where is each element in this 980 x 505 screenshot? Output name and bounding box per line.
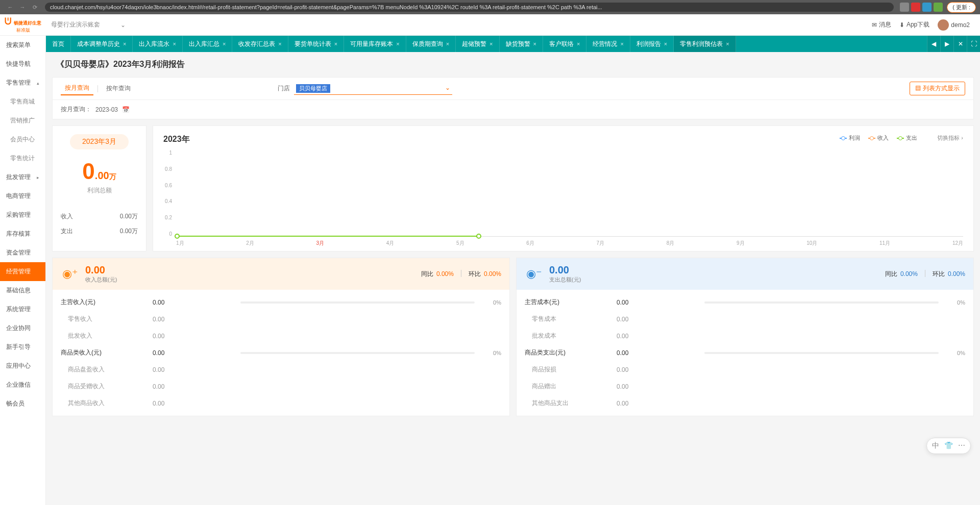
sidebar-item[interactable]: 会员中心 [0, 130, 45, 149]
edition-label: 标准版 [16, 27, 30, 34]
detail-row: 其他商品支出0.00 [525, 395, 965, 412]
close-icon[interactable]: × [173, 41, 176, 47]
tab[interactable]: 客户联络× [543, 36, 586, 52]
sidebar-item[interactable]: 应用中心 [0, 357, 45, 375]
tab[interactable]: 保质期查询× [406, 36, 456, 52]
store-label: 门店 [278, 84, 290, 93]
mom-label: 环比 [933, 270, 945, 279]
close-icon[interactable]: × [278, 41, 281, 47]
tab[interactable]: 收发存汇总表× [232, 36, 288, 52]
sidebar-item[interactable]: 零售商城 [0, 92, 45, 111]
reload-icon[interactable]: ⟳ [29, 4, 41, 11]
detail-row: 零售成本0.00 [525, 311, 965, 327]
sidebar-item[interactable]: 快捷导航 [0, 55, 45, 73]
expense-total: 0.00 [549, 264, 581, 276]
tab[interactable]: 首页 [46, 36, 71, 52]
extension-icon[interactable] [934, 3, 943, 12]
x-tick: 2月 [246, 240, 254, 247]
tab-query-year[interactable]: 按年查询 [102, 82, 135, 95]
month-value: 2023-03 [95, 106, 118, 113]
sidebar-item[interactable]: 畅会员 [0, 394, 45, 413]
close-icon[interactable]: × [446, 41, 449, 47]
extension-icon[interactable] [911, 3, 920, 12]
chevron-down-icon: ⌄ [120, 21, 126, 29]
help-icon[interactable]: ⋯ [958, 441, 965, 450]
sidebar-item[interactable]: 零售管理▴ [0, 73, 45, 92]
extension-icon[interactable] [900, 3, 909, 12]
sidebar-item[interactable]: 系统管理 [0, 300, 45, 319]
close-icon[interactable]: × [620, 41, 623, 47]
income-mom: 0.00% [484, 270, 501, 277]
tab-scroll-left[interactable]: ◀ [927, 36, 940, 52]
sidebar-item[interactable]: 经营管理 [0, 262, 45, 281]
user-menu[interactable]: demo2 [938, 19, 970, 31]
calendar-icon[interactable]: 📅 [122, 106, 130, 113]
list-view-button[interactable]: ▤列表方式显示 [910, 82, 965, 95]
tab-fullscreen[interactable]: ⛶ [967, 36, 980, 52]
forward-icon[interactable]: → [16, 4, 29, 10]
url-bar[interactable]: cloud.chanjet.com/hsy/u4oor74daqxn/iole3… [45, 3, 894, 12]
back-icon[interactable]: ← [4, 4, 16, 10]
app-header: ᕫ 畅捷通好生意 标准版 母婴行业演示账套⌄ ✉消息 ⬇App下载 demo2 [0, 14, 980, 36]
close-icon[interactable]: × [123, 41, 126, 47]
sidebar-item[interactable]: 企业微信 [0, 375, 45, 394]
tab[interactable]: 超储预警× [456, 36, 499, 52]
x-tick: 7月 [597, 240, 605, 247]
chart-legend: 利润 收入 支出 [840, 134, 917, 142]
tab[interactable]: 成本调整单历史× [71, 36, 133, 52]
legend-expense[interactable]: 支出 [897, 134, 917, 142]
tab[interactable]: 缺货预警× [500, 36, 543, 52]
sidebar-item[interactable]: 新手引导 [0, 338, 45, 357]
legend-profit[interactable]: 利润 [840, 134, 860, 142]
lang-toggle[interactable]: 中 [932, 441, 939, 450]
detail-row: 商品赠出0.00 [525, 378, 965, 395]
close-icon[interactable]: × [664, 41, 667, 47]
org-selector[interactable]: 母婴行业演示账套⌄ [51, 20, 126, 29]
expense-icon: ◉⁻ [525, 265, 543, 283]
sidebar-item[interactable]: 营销推广 [0, 111, 45, 130]
update-button[interactable]: ( 更新 : [947, 2, 976, 13]
close-icon[interactable]: × [334, 41, 337, 47]
tab[interactable]: 利润报告× [630, 36, 674, 52]
messages-button[interactable]: ✉消息 [872, 20, 891, 29]
x-tick: 5月 [456, 240, 464, 247]
sidebar-item[interactable]: 基础信息 [0, 281, 45, 300]
close-icon[interactable]: × [577, 41, 580, 47]
close-icon[interactable]: × [396, 41, 399, 47]
store-select[interactable]: 贝贝母婴店 ⌄ [294, 83, 452, 95]
tab[interactable]: 出入库汇总× [183, 36, 232, 52]
tab[interactable]: 经营情况× [586, 36, 630, 52]
sidebar-item[interactable]: 批发管理▸ [0, 168, 45, 187]
sidebar-item[interactable]: 库存核算 [0, 224, 45, 243]
income-card: ◉⁺ 0.00 收入总额(元) 同比0.00% 环比0.00% 主营收入(元)0… [52, 258, 510, 416]
sidebar-item[interactable]: 资金管理 [0, 243, 45, 262]
shirt-icon[interactable]: 👕 [944, 441, 953, 450]
tab[interactable]: 零售利润预估表× [674, 36, 736, 52]
close-icon[interactable]: × [533, 41, 536, 47]
tab-query-month[interactable]: 按月查询 [61, 82, 93, 95]
detail-row: 批发成本0.00 [525, 327, 965, 344]
switch-indicator-button[interactable]: 切换指标 › [937, 134, 963, 142]
yoy-label: 同比 [421, 270, 433, 279]
tab[interactable]: 出入库流水× [133, 36, 182, 52]
close-icon[interactable]: × [726, 41, 729, 47]
expense-row: 支出0.00万 [61, 224, 138, 239]
sidebar-item[interactable]: 采购管理 [0, 206, 45, 224]
tab-close-all[interactable]: ✕ [953, 36, 967, 52]
legend-income[interactable]: 收入 [868, 134, 889, 142]
sidebar-item[interactable]: 电商管理 [0, 187, 45, 206]
browser-chrome: ← → ⟳ cloud.chanjet.com/hsy/u4oor74daqxn… [0, 0, 980, 14]
sidebar-item[interactable]: 企业协同 [0, 319, 45, 338]
tab-scroll-right[interactable]: ▶ [940, 36, 953, 52]
close-icon[interactable]: × [223, 41, 226, 47]
sidebar-item[interactable]: 零售统计 [0, 149, 45, 168]
close-icon[interactable]: × [489, 41, 493, 47]
income-icon: ◉⁺ [61, 265, 79, 283]
tab[interactable]: 可用量库存账本× [344, 36, 406, 52]
extension-icon[interactable] [922, 3, 932, 12]
tab[interactable]: 要货单统计表× [288, 36, 344, 52]
logo[interactable]: ᕫ 畅捷通好生意 标准版 [0, 16, 46, 34]
app-download-button[interactable]: ⬇App下载 [899, 20, 929, 29]
month-query-label: 按月查询： [61, 105, 91, 114]
sidebar-item[interactable]: 搜索菜单 [0, 36, 45, 55]
